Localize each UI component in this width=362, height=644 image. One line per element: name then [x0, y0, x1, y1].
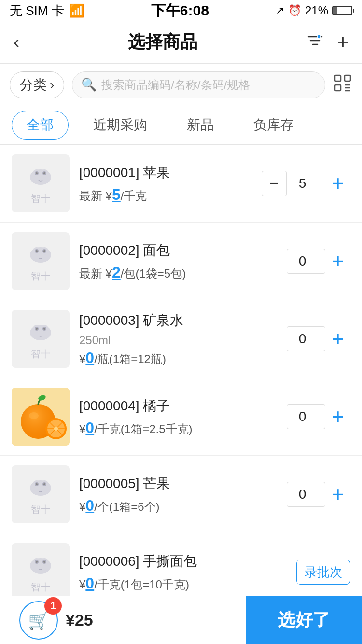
svg-rect-4 — [335, 75, 341, 81]
category-label: 分类 — [20, 76, 47, 94]
svg-point-48 — [36, 483, 38, 485]
svg-point-49 — [43, 483, 45, 485]
search-icon: 🔍 — [81, 77, 97, 92]
svg-point-50 — [30, 558, 51, 574]
filter-icon[interactable] — [306, 32, 324, 53]
quantity-plus-button-0000004[interactable]: + — [325, 404, 350, 429]
tab-new[interactable]: 新品 — [172, 111, 229, 140]
svg-rect-5 — [335, 85, 341, 91]
tab-recent-purchase[interactable]: 近期采购 — [78, 111, 162, 140]
product-image-0000003: 智十 — [12, 310, 70, 368]
product-name-0000003: [0000003] 矿泉水 — [79, 311, 281, 330]
battery-icon — [332, 6, 352, 15]
product-price-0000003: ¥0/瓶(1箱=12瓶) — [79, 349, 281, 367]
price-value-5: 0 — [85, 497, 94, 514]
quantity-control-0000002: + — [287, 249, 350, 274]
product-name-0000006: [0000006] 手撕面包 — [79, 552, 291, 571]
product-item-0000001: 智十 [0000001] 苹果 最新 ¥5/千克 − + — [0, 145, 362, 223]
product-name-0000002: [0000002] 面包 — [79, 241, 281, 260]
svg-point-42 — [54, 427, 58, 431]
price-unit-5: /个(1箱=6个) — [94, 500, 159, 513]
placeholder-owl-icon — [27, 162, 54, 190]
svg-point-55 — [36, 561, 38, 563]
price-prefix-5: ¥ — [79, 500, 85, 513]
quantity-plus-button-0000001[interactable]: + — [325, 171, 350, 196]
product-info-0000006: [0000006] 手撕面包 ¥0/千克(1包=10千克) — [79, 552, 291, 592]
price-value-6: 0 — [85, 574, 94, 592]
quantity-plus-button-0000003[interactable]: + — [325, 326, 350, 351]
svg-point-43 — [30, 480, 51, 496]
placeholder-owl-icon-2 — [27, 239, 54, 268]
category-arrow-icon: › — [50, 77, 54, 93]
back-button[interactable]: ‹ — [14, 32, 19, 53]
quantity-plus-button-0000005[interactable]: + — [325, 482, 350, 507]
svg-point-16 — [43, 172, 45, 174]
battery-percent: 21% — [305, 4, 328, 17]
status-right: ↗ ⏰ 21% — [276, 4, 352, 17]
product-name-0000004: [0000004] 橘子 — [79, 397, 281, 415]
placeholder-brand-text: 智十 — [31, 192, 50, 205]
cart-section: 🛒 1 ¥25 — [0, 601, 246, 640]
product-name-0000001: [0000001] 苹果 — [79, 164, 256, 182]
quantity-control-0000003: + — [287, 326, 350, 351]
quantity-input-0000005[interactable] — [287, 482, 325, 507]
cart-icon-wrap[interactable]: 🛒 1 — [19, 601, 58, 640]
quantity-input-0000001[interactable] — [287, 171, 325, 196]
tab-all[interactable]: 全部 — [12, 111, 69, 140]
cart-icon: 🛒 — [28, 610, 50, 630]
product-list: 智十 [0000001] 苹果 最新 ¥5/千克 − + — [0, 145, 362, 644]
product-item-0000002: 智十 [0000002] 面包 最新 ¥2/包(1袋=5包) + — [0, 223, 362, 300]
page-title: 选择商品 — [128, 30, 197, 54]
scan-button[interactable] — [333, 73, 352, 97]
product-image-0000002: 智十 — [12, 232, 70, 290]
confirm-button[interactable]: 选好了 — [246, 596, 362, 644]
alarm-icon: ⏰ — [288, 4, 301, 17]
price-value-4: 0 — [85, 419, 94, 436]
status-left: 无 SIM 卡 📶 — [10, 2, 84, 19]
product-spec-0000003: 250ml — [79, 334, 281, 347]
svg-point-29 — [36, 328, 38, 330]
search-box[interactable]: 🔍 搜索商品编码/名称/条码/规格 — [72, 71, 325, 98]
tabs-bar: 全部 近期采购 新品 负库存 — [0, 106, 362, 145]
record-batch-button-0000006[interactable]: 录批次 — [296, 560, 350, 585]
placeholder-brand-text-2: 智十 — [31, 270, 50, 283]
product-price-0000006: ¥0/千克(1包=10千克) — [79, 574, 291, 592]
product-info-0000001: [0000001] 苹果 最新 ¥5/千克 — [79, 164, 256, 204]
quantity-minus-button-0000001[interactable]: − — [262, 171, 287, 196]
search-placeholder: 搜索商品编码/名称/条码/规格 — [101, 77, 250, 93]
price-unit-6: /千克(1包=10千克) — [94, 578, 189, 591]
bottom-bar: 🛒 1 ¥25 选好了 — [0, 596, 362, 644]
svg-point-23 — [43, 250, 45, 252]
price-unit-4: /千克(1箱=2.5千克) — [94, 422, 192, 435]
price-value-3: 0 — [85, 349, 94, 366]
quantity-plus-button-0000002[interactable]: + — [325, 249, 350, 274]
placeholder-owl-icon-5 — [27, 473, 54, 501]
placeholder-owl-icon-3 — [27, 317, 54, 346]
category-button[interactable]: 分类 › — [10, 71, 64, 98]
svg-point-24 — [30, 325, 51, 340]
tab-negative-stock[interactable]: 负库存 — [238, 111, 309, 140]
product-info-0000003: [0000003] 矿泉水 250ml ¥0/瓶(1箱=12瓶) — [79, 311, 281, 367]
add-product-button[interactable]: + — [337, 31, 348, 53]
product-item-0000004: [0000004] 橘子 ¥0/千克(1箱=2.5千克) + — [0, 378, 362, 456]
placeholder-brand-text-5: 智十 — [31, 503, 50, 516]
svg-point-34 — [29, 412, 39, 419]
location-icon: ↗ — [276, 4, 284, 17]
product-image-0000006: 智十 — [12, 543, 70, 601]
placeholder-brand-text-3: 智十 — [31, 348, 50, 361]
filter-bar: 分类 › 🔍 搜索商品编码/名称/条码/规格 — [0, 64, 362, 106]
product-item-0000005: 智十 [0000005] 芒果 ¥0/个(1箱=6个) + — [0, 456, 362, 533]
nav-bar: ‹ 选择商品 + — [0, 21, 362, 64]
quantity-input-0000003[interactable] — [287, 326, 325, 351]
status-bar: 无 SIM 卡 📶 下午6:08 ↗ ⏰ 21% — [0, 0, 362, 21]
price-unit-3: /瓶(1箱=12瓶) — [94, 352, 166, 365]
quantity-input-0000002[interactable] — [287, 249, 325, 274]
cart-badge: 1 — [44, 597, 62, 615]
quantity-input-0000004[interactable] — [287, 404, 325, 429]
wifi-icon: 📶 — [69, 3, 84, 18]
svg-point-3 — [317, 35, 321, 39]
svg-point-56 — [43, 561, 45, 563]
price-prefix-2: 最新 ¥ — [79, 267, 112, 280]
quantity-control-0000001: − + — [262, 171, 350, 196]
svg-point-17 — [30, 247, 51, 263]
